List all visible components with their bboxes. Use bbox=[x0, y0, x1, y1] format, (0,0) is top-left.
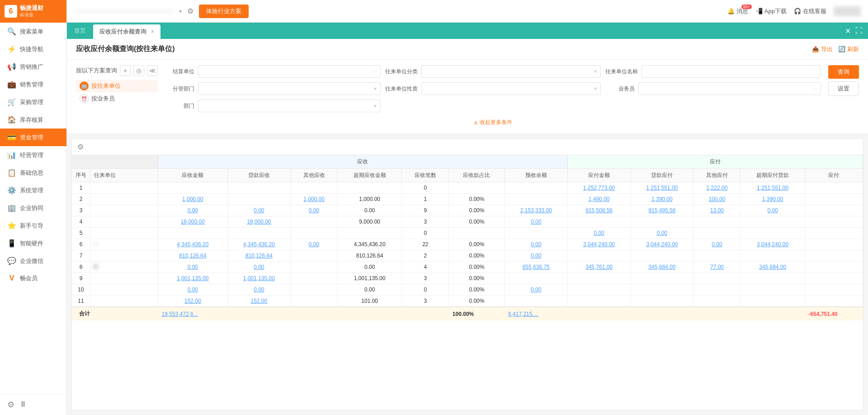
tab-current[interactable]: 应收应付余额查询 × bbox=[93, 24, 160, 39]
td-advance-recv[interactable]: 0.00 bbox=[505, 284, 567, 296]
sidebar-item-ops[interactable]: 📊 经营管理 bbox=[0, 146, 66, 164]
sidebar-item-guide[interactable]: ⭐ 新手引导 bbox=[0, 217, 66, 234]
partner-category-select[interactable]: ▾ bbox=[421, 65, 601, 78]
td-loan-recv[interactable]: 0.00 bbox=[227, 205, 290, 216]
filter-left-btn[interactable]: ≪ bbox=[147, 65, 158, 76]
td-recv-amt[interactable]: 0.00 bbox=[158, 262, 228, 273]
sidebar-item-inventory[interactable]: 🏠 库存核算 bbox=[0, 111, 66, 129]
filter-target-btn[interactable]: ◎ bbox=[133, 65, 144, 76]
sidebar-item-purchase[interactable]: 🛒 采购管理 bbox=[0, 93, 66, 111]
salesperson-input[interactable]: ··· bbox=[638, 82, 821, 95]
td-recv-amt[interactable]: 0.00 bbox=[158, 284, 228, 296]
export-button[interactable]: 📤 导出 bbox=[812, 45, 833, 53]
td-overdue-pay[interactable]: 345,684.00 bbox=[741, 262, 805, 273]
topbar-app-download[interactable]: 📲 App下载 bbox=[755, 7, 787, 15]
sidebar-item-corp[interactable]: 🏢 企业协同 bbox=[0, 199, 66, 217]
sidebar-item-member[interactable]: V 畅会员 bbox=[0, 270, 66, 287]
td-other-pay[interactable]: 77.00 bbox=[693, 262, 741, 273]
td-recv-amt[interactable]: 4,345,436.20 bbox=[158, 239, 228, 250]
table-scroll[interactable]: 应收 应付 序号 往来单位 应收金额 贷款应收 其他应收 超期应收金额 应收笔数… bbox=[72, 155, 863, 410]
sidebar-item-quick[interactable]: ⚡ 快捷导航 bbox=[0, 40, 66, 58]
filter-nav-partner[interactable]: 🏢 按往来单位 bbox=[76, 80, 158, 92]
tab-close-icon[interactable]: × bbox=[151, 29, 154, 35]
td-loan-pay[interactable]: 345,684.00 bbox=[631, 262, 693, 273]
td-advance-recv[interactable]: 0.00 bbox=[505, 216, 567, 228]
td-overdue-pay[interactable]: 0.00 bbox=[741, 205, 805, 216]
partner-nature-select[interactable]: ▾ bbox=[421, 82, 601, 95]
sidebar-item-system[interactable]: ⚙️ 系统管理 bbox=[0, 181, 66, 199]
td-loan-pay[interactable]: 1,251,551.00 bbox=[631, 182, 693, 194]
tabbar-close-btn[interactable]: ✕ bbox=[845, 27, 851, 35]
collapse-bottom-btn[interactable]: ⏸ bbox=[19, 400, 27, 410]
td-recv-amt[interactable]: 152.00 bbox=[158, 296, 228, 307]
td-pay-amt[interactable]: 345,761.00 bbox=[567, 262, 630, 273]
td-recv-amt[interactable]: 0.00 bbox=[158, 205, 228, 216]
topbar-gear-icon[interactable]: ⚙ bbox=[187, 7, 193, 15]
td-other-recv[interactable]: 1,000.00 bbox=[291, 194, 338, 205]
td-loan-pay[interactable]: 1,390.00 bbox=[631, 194, 693, 205]
tfoot-recv-amt[interactable]: 19,553,472,6... bbox=[158, 307, 228, 320]
topbar-messages[interactable]: 🔔 消息 99+ bbox=[727, 7, 748, 15]
td-recv-amt[interactable]: 1,001,135.00 bbox=[158, 273, 228, 284]
td-overdue-pay[interactable]: 3,044,240.00 bbox=[741, 239, 805, 250]
topbar-dropdown-arrow[interactable]: ▾ bbox=[179, 8, 182, 14]
td-pay-amt[interactable]: 915,508.56 bbox=[567, 205, 630, 216]
td-advance-recv[interactable]: 655,636.75 bbox=[505, 262, 567, 273]
td-other-pay[interactable]: 13.00 bbox=[693, 205, 741, 216]
sidebar-item-search[interactable]: 🔍 搜索菜单 bbox=[0, 23, 66, 40]
td-advance-recv[interactable]: 2,153,333.00 bbox=[505, 205, 567, 216]
td-loan-recv[interactable]: 152.00 bbox=[227, 296, 290, 307]
td-pay-amt[interactable]: 3,044,240.00 bbox=[567, 239, 630, 250]
settings-bottom-btn[interactable]: ⚙ bbox=[7, 400, 14, 410]
td-overdue-pay[interactable]: 1,251,551.00 bbox=[741, 182, 805, 194]
td-overdue-pay[interactable]: 1,390.00 bbox=[741, 194, 805, 205]
td-loan-pay[interactable]: 915,495.56 bbox=[631, 205, 693, 216]
td-seq: 11 bbox=[72, 296, 90, 307]
td-loan-recv[interactable]: 0.00 bbox=[227, 284, 290, 296]
set-button[interactable]: 设置 bbox=[828, 81, 859, 96]
td-pay-amt[interactable]: 0.00 bbox=[567, 228, 630, 239]
filter-add-btn[interactable]: + bbox=[120, 65, 131, 76]
partner-name-input[interactable] bbox=[642, 65, 821, 78]
td-loan-pay[interactable]: 3,044,240.00 bbox=[631, 239, 693, 250]
dept-mgr-select[interactable]: ▾ bbox=[198, 82, 381, 95]
tab-home[interactable]: 首页 bbox=[67, 23, 93, 39]
td-loan-recv[interactable]: 18,000.00 bbox=[227, 216, 290, 228]
sidebar-item-basic[interactable]: 📋 基础信息 bbox=[0, 164, 66, 181]
td-other-pay[interactable]: 0.00 bbox=[693, 239, 741, 250]
td-loan-recv[interactable]: 810,126.64 bbox=[227, 250, 290, 262]
query-button[interactable]: 查询 bbox=[828, 65, 859, 79]
td-loan-recv[interactable]: 4,345,436.20 bbox=[227, 239, 290, 250]
sidebar-item-hardware[interactable]: 📱 智能硬件 bbox=[0, 234, 66, 252]
solution-button[interactable]: 体验行业方案 bbox=[199, 5, 249, 18]
filter-nav-salesperson[interactable]: ⏰ 按业务员 bbox=[76, 92, 158, 105]
td-other-recv[interactable]: 0.00 bbox=[291, 239, 338, 250]
sidebar-item-wechat[interactable]: 💬 企业微信 bbox=[0, 252, 66, 270]
td-other-recv[interactable]: 0.00 bbox=[291, 205, 338, 216]
td-recv-amt[interactable]: 1,000.00 bbox=[158, 194, 228, 205]
td-recv-amt[interactable]: 810,126.64 bbox=[158, 250, 228, 262]
td-recv-amt[interactable]: 18,000.00 bbox=[158, 216, 228, 228]
sidebar-item-marketing[interactable]: 📢 营销推广 bbox=[0, 58, 66, 76]
member-icon: V bbox=[7, 274, 16, 282]
table-settings-icon[interactable]: ⚙ bbox=[77, 143, 84, 151]
tabbar-expand-btn[interactable]: ⛶ bbox=[855, 27, 863, 35]
td-other-pay[interactable]: 1,222.00 bbox=[693, 182, 741, 194]
dept-select[interactable]: ▾ bbox=[198, 100, 381, 112]
td-loan-recv[interactable]: 1,001,135.00 bbox=[227, 273, 290, 284]
refresh-button[interactable]: 🔄 刷新 bbox=[838, 45, 859, 53]
topbar-user[interactable] bbox=[834, 6, 861, 16]
td-advance-recv[interactable]: 0.00 bbox=[505, 239, 567, 250]
filter-collapse-btn[interactable]: ∧ 收起更多条件 bbox=[165, 116, 821, 128]
topbar-online-service[interactable]: 🎧 在线客服 bbox=[794, 7, 826, 15]
td-loan-pay[interactable]: 0.00 bbox=[631, 228, 693, 239]
tfoot-advance-recv[interactable]: 6,417,215.... bbox=[505, 307, 567, 320]
sidebar-item-sales[interactable]: 💼 销售管理 bbox=[0, 76, 66, 93]
td-loan-recv[interactable]: 0.00 bbox=[227, 262, 290, 273]
td-pay-amt[interactable]: 1,490.00 bbox=[567, 194, 630, 205]
td-other-pay[interactable]: 100.00 bbox=[693, 194, 741, 205]
sidebar-item-finance[interactable]: 💳 资金管理 bbox=[0, 129, 66, 146]
settlement-unit-input[interactable]: ··· bbox=[198, 65, 381, 78]
td-advance-recv[interactable]: 0.00 bbox=[505, 250, 567, 262]
td-pay-amt[interactable]: 1,252,773.00 bbox=[567, 182, 630, 194]
